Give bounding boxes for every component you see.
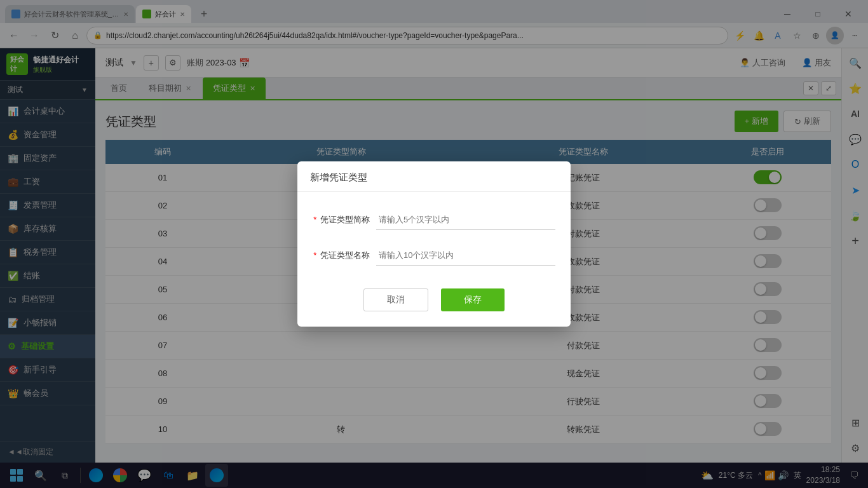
dialog: 新增凭证类型 * 凭证类型简称 * 凭证类型名称 取消 保存 <box>297 161 571 327</box>
name-label: * 凭证类型名称 <box>313 250 370 261</box>
form-row-abbr: * 凭证类型简称 <box>313 210 555 230</box>
dialog-title: 新增凭证类型 <box>310 172 367 184</box>
save-button[interactable]: 保存 <box>441 288 505 311</box>
cancel-button[interactable]: 取消 <box>363 288 428 311</box>
abbr-input[interactable] <box>376 210 555 230</box>
name-required-mark: * <box>313 250 316 260</box>
abbr-label: * 凭证类型简称 <box>313 214 370 226</box>
dialog-overlay: 新增凭证类型 * 凭证类型简称 * 凭证类型名称 取消 保存 <box>0 0 868 488</box>
dialog-body: * 凭证类型简称 * 凭证类型名称 <box>297 192 571 281</box>
name-input[interactable] <box>376 245 555 266</box>
form-row-name: * 凭证类型名称 <box>313 245 555 266</box>
dialog-header: 新增凭证类型 <box>297 161 571 192</box>
abbr-required-mark: * <box>313 215 316 224</box>
dialog-footer: 取消 保存 <box>297 281 571 327</box>
